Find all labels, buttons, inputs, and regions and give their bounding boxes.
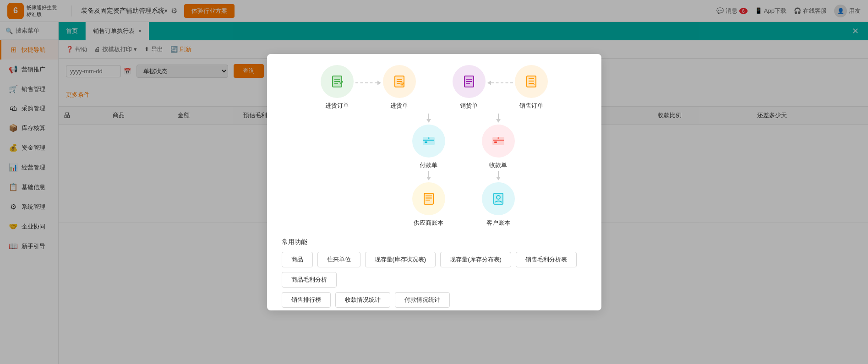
customer-ledger-label: 客户账本 <box>486 219 510 227</box>
sales-order-label: 销售订单 <box>519 102 543 110</box>
svg-rect-33 <box>494 141 497 143</box>
common-functions: 常用功能 商品 往来单位 现存量(库存状况表) 现存量(库存分布表) 销售毛利分… <box>282 238 587 308</box>
func-btn-stock-status[interactable]: 现存量(库存状况表) <box>365 252 436 267</box>
func-btn-sales-margin[interactable]: 销售毛利分析表 <box>516 252 577 267</box>
svg-rect-24 <box>425 141 427 143</box>
sales-bill-label: 销货单 <box>460 102 478 110</box>
flow-node-sales-order[interactable]: 销售订单 <box>515 65 548 110</box>
payment-bill-icon: ¥ <box>412 125 445 158</box>
func-btn-product-margin[interactable]: 商品毛利分析 <box>282 272 337 288</box>
supplier-ledger-icon <box>412 182 445 215</box>
supplier-ledger-label: 供应商账本 <box>414 219 443 227</box>
func-buttons-row2: 销售排行榜 收款情况统计 付款情况统计 <box>282 292 587 308</box>
svg-point-21 <box>534 84 535 85</box>
customer-ledger-icon <box>482 182 515 215</box>
receipt-bill-label: 收款单 <box>489 161 507 169</box>
flow-node-customer-ledger[interactable]: 客户账本 <box>482 182 515 227</box>
overlay[interactable]: 进货订单 进货单 <box>0 0 868 364</box>
flow-node-supplier-ledger[interactable]: 供应商账本 <box>412 182 445 227</box>
func-btn-sales-rank[interactable]: 销售排行榜 <box>282 292 331 308</box>
svg-rect-29 <box>426 197 432 199</box>
flow-node-payment-bill[interactable]: ¥ 付款单 <box>412 125 445 169</box>
flow-node-receipt-bill[interactable]: ¥ 收款单 <box>482 125 515 169</box>
func-btn-partners[interactable]: 往来单位 <box>317 252 360 267</box>
func-btn-product[interactable]: 商品 <box>282 252 313 267</box>
receipt-bill-icon: ¥ <box>482 125 515 158</box>
func-btn-receipt-stats[interactable]: 收款情况统计 <box>335 292 390 308</box>
purchase-order-icon <box>321 65 354 98</box>
quick-nav-panel: 进货订单 进货单 <box>267 54 601 310</box>
flow-node-purchase-bill[interactable]: 进货单 <box>383 65 416 110</box>
purchase-bill-label: 进货单 <box>390 102 408 110</box>
svg-rect-28 <box>426 195 432 196</box>
flow-node-purchase-order[interactable]: 进货订单 <box>321 65 354 110</box>
svg-text:¥: ¥ <box>497 136 499 140</box>
sales-order-icon <box>515 65 548 98</box>
common-functions-title: 常用功能 <box>282 238 587 246</box>
svg-rect-30 <box>426 200 430 201</box>
func-buttons: 商品 往来单位 现存量(库存状况表) 现存量(库存分布表) 销售毛利分析表 商品… <box>282 252 587 288</box>
svg-text:¥: ¥ <box>428 136 430 140</box>
purchase-order-label: 进货订单 <box>325 102 349 110</box>
payment-bill-label: 付款单 <box>420 161 437 169</box>
purchase-bill-icon <box>383 65 416 98</box>
func-btn-stock-dist[interactable]: 现存量(库存分布表) <box>440 252 511 267</box>
sales-bill-icon <box>453 65 486 98</box>
flow-node-sales-bill[interactable]: 销货单 <box>453 65 486 110</box>
func-btn-payment-stats[interactable]: 付款情况统计 <box>395 292 450 308</box>
